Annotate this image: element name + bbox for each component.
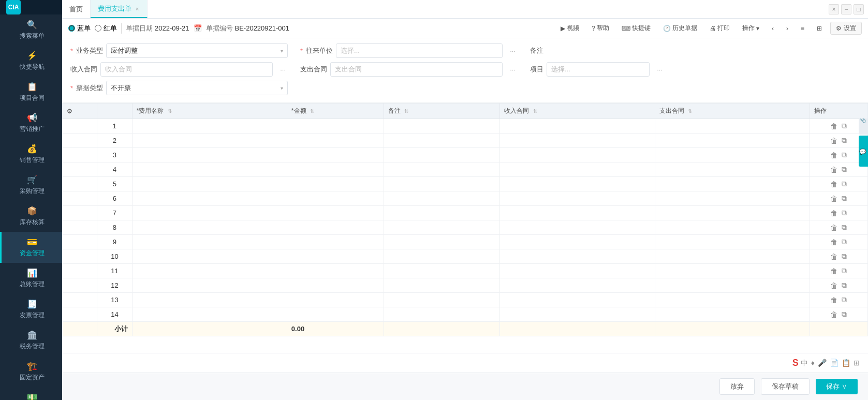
- brand-icon-diamond[interactable]: ♦: [811, 359, 815, 368]
- row-note-cell[interactable]: [384, 220, 499, 235]
- row-delete-btn[interactable]: 🗑: [829, 150, 838, 160]
- row-expense-contract-cell[interactable]: [655, 206, 810, 220]
- row-delete-btn[interactable]: 🗑: [829, 251, 838, 262]
- settings-btn[interactable]: ⚙ 设置: [830, 22, 862, 35]
- col-expense-name[interactable]: *费用名称 ⇅: [132, 103, 287, 119]
- row-copy-btn[interactable]: ⧉: [841, 121, 848, 131]
- prev-btn[interactable]: ‹: [768, 23, 778, 34]
- row-copy-btn[interactable]: ⧉: [841, 150, 848, 160]
- sidebar-item-project[interactable]: 📋 项目合同: [0, 77, 62, 108]
- income-contract-input[interactable]: 收入合同: [100, 62, 273, 77]
- row-note-cell[interactable]: [384, 206, 499, 220]
- sidebar-item-marketing[interactable]: 📢 营销推广: [0, 108, 62, 139]
- row-expense-cell[interactable]: [132, 278, 287, 293]
- sidebar-item-purchase[interactable]: 🛒 采购管理: [0, 170, 62, 201]
- save-draft-button[interactable]: 保存草稿: [761, 378, 810, 395]
- right-panel-btn-2[interactable]: 💬: [859, 136, 868, 167]
- row-copy-btn[interactable]: ⧉: [841, 309, 848, 320]
- row-expense-cell[interactable]: [132, 119, 287, 134]
- sidebar-item-sales[interactable]: 💰 销售管理: [0, 139, 62, 170]
- discard-button[interactable]: 放弃: [719, 378, 755, 395]
- row-delete-btn[interactable]: 🗑: [829, 280, 838, 291]
- row-delete-btn[interactable]: 🗑: [829, 266, 838, 276]
- tab-window-close[interactable]: ×: [829, 4, 839, 14]
- row-income-contract-cell[interactable]: [500, 264, 655, 278]
- history-btn[interactable]: 🕐 历史单据: [659, 22, 701, 34]
- row-income-contract-cell[interactable]: [500, 293, 655, 307]
- sidebar-item-tax[interactable]: 🏛️ 税务管理: [0, 325, 62, 356]
- row-copy-btn[interactable]: ⧉: [841, 164, 848, 175]
- row-delete-btn[interactable]: 🗑: [829, 165, 838, 175]
- row-amount-cell[interactable]: [287, 134, 384, 148]
- print-btn[interactable]: 🖨 打印: [705, 22, 734, 34]
- row-income-contract-cell[interactable]: [500, 249, 655, 264]
- col-amount[interactable]: *金额 ⇅: [287, 103, 384, 119]
- brand-icon-doc[interactable]: 📄: [830, 359, 838, 368]
- row-copy-btn[interactable]: ⧉: [841, 265, 848, 276]
- row-amount-cell[interactable]: [287, 264, 384, 278]
- operations-btn[interactable]: 操作 ▾: [738, 22, 763, 34]
- blue-bill-input[interactable]: [68, 25, 75, 32]
- brand-icon-zh[interactable]: 中: [801, 359, 808, 368]
- sidebar-item-accounting[interactable]: 📊 总账管理: [0, 263, 62, 294]
- row-delete-btn[interactable]: 🗑: [829, 223, 838, 233]
- row-note-cell[interactable]: [384, 307, 499, 322]
- col-settings[interactable]: ⚙: [63, 103, 97, 119]
- sidebar-item-invoice[interactable]: 🧾 发票管理: [0, 294, 62, 325]
- row-amount-cell[interactable]: [287, 191, 384, 206]
- row-note-cell[interactable]: [384, 177, 499, 191]
- tab-expense[interactable]: 费用支出单 ×: [91, 0, 148, 18]
- row-delete-btn[interactable]: 🗑: [829, 295, 838, 305]
- row-expense-contract-cell[interactable]: [655, 191, 810, 206]
- expense-contract-input[interactable]: 支出合同: [330, 62, 503, 77]
- help-btn[interactable]: ? 帮助: [587, 22, 613, 34]
- row-delete-btn[interactable]: 🗑: [829, 194, 838, 204]
- row-expense-cell[interactable]: [132, 177, 287, 191]
- row-income-contract-cell[interactable]: [500, 278, 655, 293]
- tab-expense-close[interactable]: ×: [135, 5, 140, 12]
- row-delete-btn[interactable]: 🗑: [829, 208, 838, 218]
- row-income-contract-cell[interactable]: [500, 148, 655, 162]
- red-bill-radio[interactable]: 红单: [95, 24, 117, 33]
- tab-window-min[interactable]: −: [841, 4, 851, 14]
- row-expense-cell[interactable]: [132, 191, 287, 206]
- row-delete-btn[interactable]: 🗑: [829, 309, 838, 320]
- video-btn[interactable]: ▶ 视频: [556, 22, 583, 34]
- row-amount-cell[interactable]: [287, 206, 384, 220]
- sidebar-item-quick-nav[interactable]: ⚡ 快捷导航: [0, 46, 62, 77]
- row-note-cell[interactable]: [384, 191, 499, 206]
- row-copy-btn[interactable]: ⧉: [841, 222, 848, 233]
- partner-input[interactable]: 选择...: [336, 43, 503, 58]
- brand-icon-grid[interactable]: ⊞: [854, 359, 860, 368]
- row-amount-cell[interactable]: [287, 162, 384, 177]
- row-copy-btn[interactable]: ⧉: [841, 179, 848, 189]
- row-amount-cell[interactable]: [287, 177, 384, 191]
- row-note-cell[interactable]: [384, 293, 499, 307]
- row-amount-cell[interactable]: [287, 249, 384, 264]
- row-note-cell[interactable]: [384, 162, 499, 177]
- brand-icon-mic[interactable]: 🎤: [818, 359, 827, 368]
- row-expense-cell[interactable]: [132, 162, 287, 177]
- sidebar-item-payroll[interactable]: 💵 工资: [0, 387, 62, 400]
- row-note-cell[interactable]: [384, 134, 499, 148]
- row-expense-cell[interactable]: [132, 235, 287, 249]
- row-expense-contract-cell[interactable]: [655, 293, 810, 307]
- row-expense-contract-cell[interactable]: [655, 220, 810, 235]
- business-type-input[interactable]: 应付调整 ▾: [106, 43, 288, 58]
- row-expense-cell[interactable]: [132, 249, 287, 264]
- row-copy-btn[interactable]: ⧉: [841, 294, 848, 305]
- row-delete-btn[interactable]: 🗑: [829, 237, 838, 247]
- row-expense-contract-cell[interactable]: [655, 249, 810, 264]
- row-delete-btn[interactable]: 🗑: [829, 179, 838, 189]
- row-expense-cell[interactable]: [132, 307, 287, 322]
- col-income-contract[interactable]: 收入合同 ⇅: [500, 103, 655, 119]
- row-expense-cell[interactable]: [132, 206, 287, 220]
- row-copy-btn[interactable]: ⧉: [841, 208, 848, 218]
- row-expense-contract-cell[interactable]: [655, 134, 810, 148]
- blue-bill-radio[interactable]: 蓝单: [68, 24, 91, 33]
- row-expense-contract-cell[interactable]: [655, 148, 810, 162]
- row-amount-cell[interactable]: [287, 307, 384, 322]
- row-copy-btn[interactable]: ⧉: [841, 135, 848, 146]
- row-expense-cell[interactable]: [132, 220, 287, 235]
- tab-home[interactable]: 首页: [62, 0, 91, 18]
